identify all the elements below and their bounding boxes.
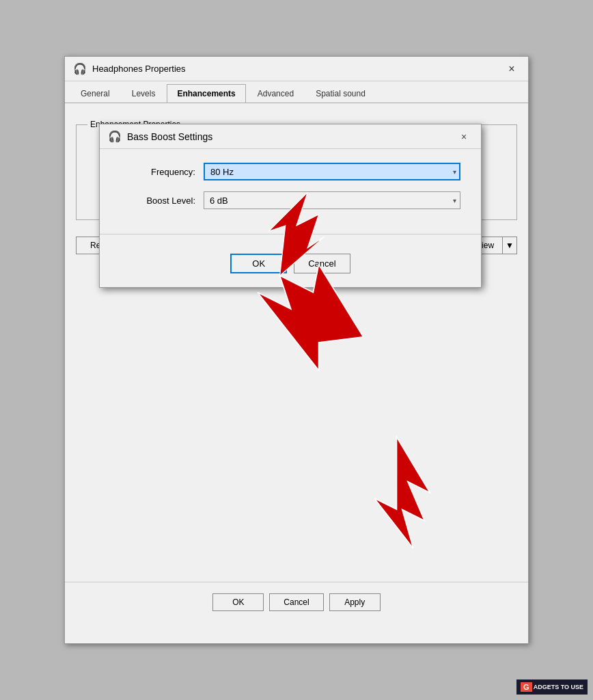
tab-levels[interactable]: Levels bbox=[122, 84, 166, 103]
watermark-rest: ADGETS TO USE bbox=[534, 684, 583, 690]
boost-level-row: Boost Level: 6 dB 9 dB 12 dB ▾ bbox=[120, 191, 460, 209]
tab-general[interactable]: General bbox=[70, 84, 120, 103]
frequency-label: Frequency: bbox=[120, 167, 195, 177]
boost-level-select[interactable]: 6 dB 9 dB 12 dB bbox=[204, 191, 460, 209]
outer-buttons: OK Cancel Apply bbox=[65, 582, 528, 622]
bass-boost-dialog: 🎧 Bass Boost Settings × Frequency: bbox=[99, 124, 482, 288]
outer-close-button[interactable]: × bbox=[504, 61, 520, 77]
tab-spatial-sound[interactable]: Spatial sound bbox=[305, 84, 376, 103]
inner-dialog-buttons: OK Cancel bbox=[100, 245, 481, 287]
inner-cancel-button[interactable]: Cancel bbox=[294, 254, 350, 273]
inner-ok-button[interactable]: OK bbox=[230, 254, 287, 273]
inner-titlebar-left: 🎧 Bass Boost Settings bbox=[108, 130, 212, 143]
titlebar-left: 🎧 Headphones Properties bbox=[73, 62, 186, 75]
inner-close-button[interactable]: × bbox=[455, 129, 473, 145]
frequency-select[interactable]: 80 Hz 100 Hz 120 Hz bbox=[204, 163, 460, 180]
tab-advanced[interactable]: Advanced bbox=[247, 84, 304, 103]
frequency-row: Frequency: 80 Hz 100 Hz 120 Hz ▾ bbox=[120, 163, 460, 180]
headphones-properties-window: 🎧 Headphones Properties × General Levels… bbox=[64, 56, 529, 644]
inner-dialog-title: Bass Boost Settings bbox=[127, 131, 212, 142]
outer-window-title: Headphones Properties bbox=[92, 64, 186, 74]
boost-level-select-wrapper: 6 dB 9 dB 12 dB ▾ bbox=[204, 191, 460, 209]
watermark-g: G bbox=[521, 682, 532, 692]
watermark: G ADGETS TO USE bbox=[516, 679, 588, 695]
headphone-icon: 🎧 bbox=[73, 62, 87, 75]
frequency-select-wrapper: 80 Hz 100 Hz 120 Hz ▾ bbox=[204, 163, 460, 180]
dialog-overlay: 🎧 Bass Boost Settings × Frequency: bbox=[65, 103, 528, 582]
outer-titlebar: 🎧 Headphones Properties × bbox=[65, 57, 528, 81]
tab-enhancements[interactable]: Enhancements bbox=[167, 84, 245, 103]
bottom-apply-button[interactable]: Apply bbox=[329, 593, 381, 611]
bottom-cancel-button[interactable]: Cancel bbox=[269, 593, 323, 611]
bass-boost-icon: 🎧 bbox=[108, 130, 122, 143]
outer-content: Enhancement Properties Description: Boos… bbox=[65, 103, 528, 582]
boost-level-label: Boost Level: bbox=[120, 196, 195, 206]
bottom-ok-button[interactable]: OK bbox=[212, 593, 264, 611]
tab-bar: General Levels Enhancements Advanced Spa… bbox=[65, 81, 528, 103]
preview-dropdown-button[interactable]: ▼ bbox=[502, 237, 517, 254]
inner-titlebar: 🎧 Bass Boost Settings × bbox=[100, 124, 481, 149]
inner-dialog-content: Frequency: 80 Hz 100 Hz 120 Hz ▾ bbox=[100, 149, 481, 234]
svg-marker-2 bbox=[374, 437, 430, 548]
